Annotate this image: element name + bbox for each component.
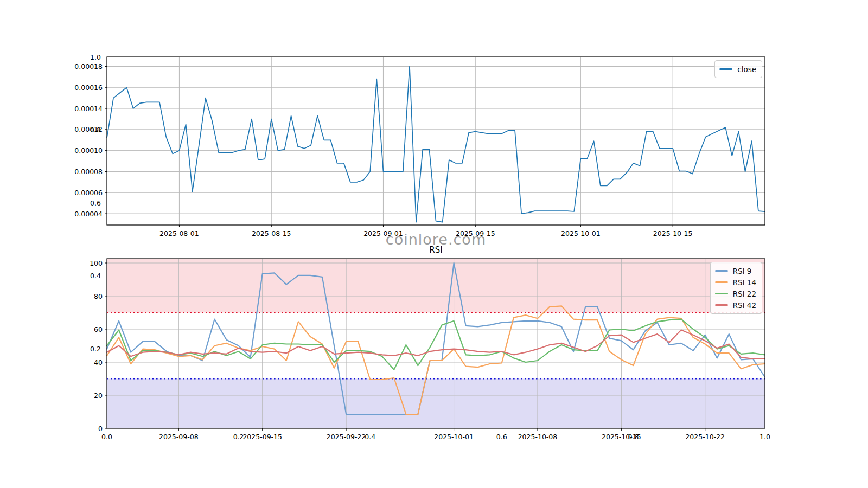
close-line (107, 67, 765, 222)
price-y-tick: 0.00016 (74, 84, 103, 92)
rsi-x-tick: 2025-10-01 (434, 433, 474, 441)
rsi42-line-swatch (715, 304, 728, 306)
rsi-x-tick: 2025-09-15 (242, 433, 282, 441)
rsi-y-tick: 80 (94, 292, 103, 300)
overlay-y-label: 0.4 (90, 272, 101, 280)
rsi-y-tick: 60 (94, 325, 103, 333)
threshold-lines (107, 313, 765, 379)
overlay-y-label: 0.6 (90, 199, 101, 207)
legend-label-close: close (737, 65, 756, 74)
overlay-x-label: 0.6 (496, 433, 507, 441)
legend-row-close: close (719, 63, 756, 75)
overlay-x-label: 0.0 (101, 433, 112, 441)
rsi-x-tick: 2025-09-08 (159, 433, 199, 441)
price-y-tick: 0.00014 (74, 105, 103, 113)
rsi-x-tick: 2025-10-22 (685, 433, 725, 441)
legend-row-rsi42: RSI 42 (715, 299, 756, 311)
overlay-x-label: 1.0 (760, 433, 770, 441)
rsi14-line-swatch (715, 281, 728, 283)
price-y-tick: 0.00004 (74, 210, 103, 218)
legend-label-rsi22: RSI 22 (733, 290, 756, 298)
overlay-y-label: 0.8 (90, 126, 101, 134)
rsi-y-tick: 0 (98, 425, 103, 433)
overlay-x-label: 0.2 (233, 433, 244, 441)
rsi-y-tick: 100 (90, 259, 103, 267)
oversold-band (107, 379, 765, 429)
overlay-y-label: 0.2 (90, 345, 101, 353)
chart-figure: 0.000180.000160.000140.000120.000100.000… (0, 0, 868, 488)
rsi-bands (107, 259, 765, 428)
rsi9-line-swatch (715, 270, 728, 272)
legend-row-rsi9: RSI 9 (715, 265, 756, 277)
price-y-tick: 0.00006 (74, 189, 103, 197)
legend-row-rsi14: RSI 14 (715, 277, 756, 288)
coinlore-watermark: coinlore.com (107, 232, 765, 247)
overlay-x-label: 0.8 (628, 433, 639, 441)
price-axes-frame (107, 57, 765, 225)
rsi-y-tick: 40 (94, 358, 103, 367)
overlay-y-label: 1.0 (90, 53, 101, 61)
rsi-legend: RSI 9 RSI 14 RSI 22 RSI 42 (710, 262, 762, 314)
legend-label-rsi14: RSI 14 (733, 278, 756, 287)
rsi-chart-title: RSI (107, 246, 765, 254)
price-y-tick: 0.00010 (74, 146, 103, 155)
legend-label-rsi42: RSI 42 (733, 301, 756, 310)
rsi-x-tick: 2025-09-22 (327, 433, 366, 441)
rsi-x-tick: 2025-10-08 (518, 433, 558, 441)
overlay-x-label: 0.4 (365, 433, 375, 441)
overbought-band (107, 259, 765, 313)
price-y-tick: 0.00008 (74, 168, 103, 176)
close-line-swatch (719, 68, 732, 70)
legend-label-rsi9: RSI 9 (733, 267, 752, 275)
price-legend: close (714, 60, 762, 78)
price-y-tick: 0.00018 (74, 62, 103, 70)
rsi-y-tick: 20 (94, 391, 103, 400)
rsi22-line-swatch (715, 293, 728, 294)
legend-row-rsi22: RSI 22 (715, 288, 756, 299)
